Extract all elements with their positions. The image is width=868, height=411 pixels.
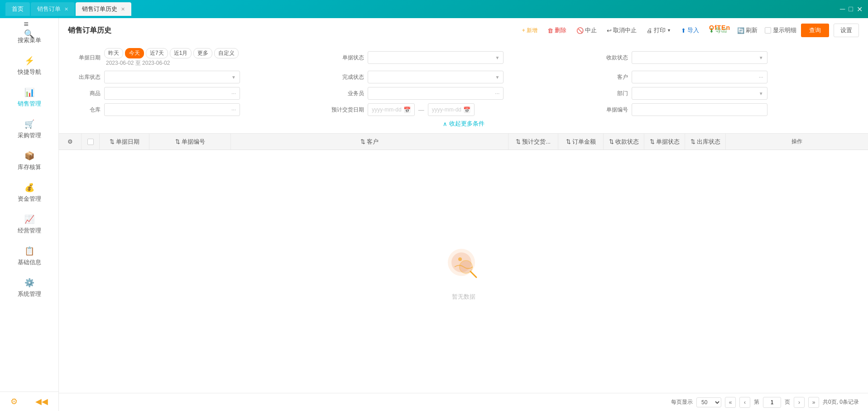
sidebar: ≡🔍 搜索菜单 ⚡ 快捷导航 📊 销售管理 🛒 采购管理 📦 库存核算 💰 资金… <box>0 18 59 411</box>
print-icon: 🖨 <box>647 27 652 34</box>
sidebar-item-system-mgmt[interactable]: ⚙️ 系统管理 <box>0 272 58 304</box>
th-customer[interactable]: ⇅ 客户 <box>231 134 508 150</box>
th-payment[interactable]: ⇅ 收款状态 <box>604 134 644 150</box>
delete-button[interactable]: 🗑 删除 <box>545 24 569 36</box>
total-text: 共0页, 0条记录 <box>823 398 859 406</box>
tab-home[interactable]: 首页 <box>5 2 30 16</box>
window-max-icon[interactable]: □ <box>849 5 853 13</box>
stop-icon: 🚫 <box>576 27 584 34</box>
sidebar-item-inventory-check[interactable]: 📦 库存核算 <box>0 145 58 177</box>
cancel-stop-icon: ↩ <box>607 27 612 34</box>
sidebar-item-basic-info[interactable]: 📋 基础信息 <box>0 240 58 272</box>
import-button[interactable]: ⬆ 导入 <box>678 24 702 36</box>
warehouse-ellipsis-icon: ··· <box>231 106 236 113</box>
refresh-button[interactable]: 🔄 刷新 <box>734 24 760 36</box>
sidebar-item-quick-nav-label: 快捷导航 <box>18 68 41 76</box>
tab-sales-order[interactable]: 销售订单 ✕ <box>31 2 75 16</box>
print-label: 打印 <box>654 26 666 34</box>
th-delivery-status[interactable]: ⇅ 出库状态 <box>685 134 726 150</box>
window-min-icon[interactable]: ─ <box>840 5 845 13</box>
collapse-label: 收起更多条件 <box>449 120 484 128</box>
sidebar-item-search-menu[interactable]: ≡🔍 搜索菜单 <box>0 18 58 50</box>
sidebar-item-purchase-mgmt[interactable]: 🛒 采购管理 <box>0 113 58 145</box>
goods-input[interactable]: ··· <box>104 87 240 100</box>
delivery-date-end[interactable]: yyyy-mm-dd 📅 <box>428 103 475 116</box>
bill-status-select[interactable]: ▼ <box>368 51 504 64</box>
tab-sales-order-history[interactable]: 销售订单历史 ✕ <box>76 2 131 16</box>
th-amount[interactable]: ⇅ 订单金额 <box>558 134 604 150</box>
bill-no-input[interactable] <box>632 103 767 116</box>
th-date[interactable]: ⇅ 单据日期 <box>100 134 149 150</box>
date-btn-custom[interactable]: 自定义 <box>214 48 239 58</box>
page-number-input[interactable] <box>763 397 781 408</box>
date-btn-7days[interactable]: 近7天 <box>146 48 168 58</box>
sidebar-settings-icon[interactable]: ⚙ <box>10 396 18 406</box>
salesman-ellipsis-icon: ··· <box>495 90 499 97</box>
filter-row-2: 出库状态 ▼ 完成状态 ▼ 客户 <box>68 69 859 85</box>
filter-row-1: 单据日期 昨天 今天 近7天 近1月 更多 自定义 2023-06-02 至 2… <box>68 46 859 69</box>
stop-button[interactable]: 🚫 中止 <box>574 24 599 36</box>
select-all-checkbox[interactable] <box>87 139 94 145</box>
warehouse-input[interactable]: ··· <box>104 103 240 116</box>
sidebar-item-sales-mgmt[interactable]: 📊 销售管理 <box>0 82 58 113</box>
top-bar: 首页 销售订单 ✕ 销售订单历史 ✕ ─ □ ✕ <box>0 0 868 18</box>
table-footer: 每页显示 50 10 20 100 « ‹ 第 页 › » 共0页, 0条记录 <box>59 393 868 411</box>
quick-nav-icon: ⚡ <box>24 55 35 66</box>
sidebar-item-quick-nav[interactable]: ⚡ 快捷导航 <box>0 50 58 82</box>
receipt-status-select[interactable]: ▼ <box>632 51 767 64</box>
date-btn-today[interactable]: 今天 <box>125 48 144 58</box>
th-check[interactable] <box>82 134 100 150</box>
outbound-status-select[interactable]: ▼ <box>104 71 240 83</box>
tab-list: 首页 销售订单 ✕ 销售订单历史 ✕ <box>5 2 838 16</box>
date-btn-1month[interactable]: 近1月 <box>170 48 192 58</box>
delivery-date-start-icon: 📅 <box>403 106 411 113</box>
table-header: ⚙ ⇅ 单据日期 ⇅ 单据编号 ⇅ 客户 ⇅ <box>59 134 868 150</box>
outbound-status-cell: 出库状态 ▼ <box>68 69 331 85</box>
dept-select[interactable]: ▼ <box>632 87 767 100</box>
th-delivery-status-label: 出库状态 <box>697 138 720 146</box>
th-date-sort-icon: ⇅ <box>110 138 115 145</box>
bill-status-arrow-icon: ▼ <box>495 55 499 60</box>
th-action: 操作 <box>726 134 868 150</box>
complete-status-select[interactable]: ▼ <box>368 71 504 83</box>
th-payment-label: 收款状态 <box>615 138 639 146</box>
th-bill-status[interactable]: ⇅ 单据状态 <box>644 134 685 150</box>
customer-input[interactable]: ··· <box>632 71 767 83</box>
delivery-date-cell: 预计交货日期 yyyy-mm-dd 📅 — yyyy-mm-dd 📅 <box>331 102 595 118</box>
delete-label: 删除 <box>555 26 566 34</box>
date-btn-yesterday[interactable]: 昨天 <box>104 48 123 58</box>
collapse-row[interactable]: ∧ 收起更多条件 <box>68 118 859 130</box>
query-button[interactable]: 查询 <box>801 24 829 37</box>
first-page-btn[interactable]: « <box>725 397 736 408</box>
tab-sales-order-close[interactable]: ✕ <box>64 6 68 12</box>
prev-page-btn[interactable]: ‹ <box>739 397 750 408</box>
th-delivery[interactable]: ⇅ 预计交货... <box>508 134 558 150</box>
delivery-date-start[interactable]: yyyy-mm-dd 📅 <box>368 103 414 116</box>
display-toggle-checkbox[interactable] <box>765 27 771 34</box>
sidebar-collapse-icon[interactable]: ◀◀ <box>35 396 48 406</box>
date-range-text: 2023-06-02 至 2023-06-02 <box>106 59 239 67</box>
complete-status-cell: 完成状态 ▼ <box>331 69 595 85</box>
salesman-cell: 业务员 ··· <box>331 85 595 102</box>
outbound-status-label: 出库状态 <box>68 73 104 81</box>
setting-button[interactable]: 设置 <box>834 24 859 37</box>
display-toggle[interactable]: 显示明细 <box>765 26 796 34</box>
receipt-status-filter-cell: 收款状态 ▼ <box>595 46 859 69</box>
date-btn-more[interactable]: 更多 <box>193 48 212 58</box>
new-button[interactable]: + 新增 <box>519 25 540 36</box>
print-button[interactable]: 🖨 打印 ▼ <box>644 24 674 36</box>
tab-sales-order-history-close[interactable]: ✕ <box>121 6 125 12</box>
th-settings[interactable]: ⚙ <box>59 134 82 150</box>
cancel-stop-button[interactable]: ↩ 取消中止 <box>604 24 639 36</box>
page-size-select[interactable]: 50 10 20 100 <box>696 397 721 407</box>
next-page-btn[interactable]: › <box>794 397 805 408</box>
last-page-btn[interactable]: » <box>808 397 819 408</box>
complete-status-label: 完成状态 <box>331 73 368 81</box>
import-label: 导入 <box>687 26 699 34</box>
sidebar-item-ops-mgmt[interactable]: 📈 经营管理 <box>0 208 58 240</box>
window-close-icon[interactable]: ✕ <box>857 5 863 14</box>
sidebar-item-finance-mgmt[interactable]: 💰 资金管理 <box>0 177 58 208</box>
delivery-date-start-text: yyyy-mm-dd <box>372 106 401 113</box>
salesman-input[interactable]: ··· <box>368 87 504 100</box>
th-bill-no[interactable]: ⇅ 单据编号 <box>149 134 231 150</box>
